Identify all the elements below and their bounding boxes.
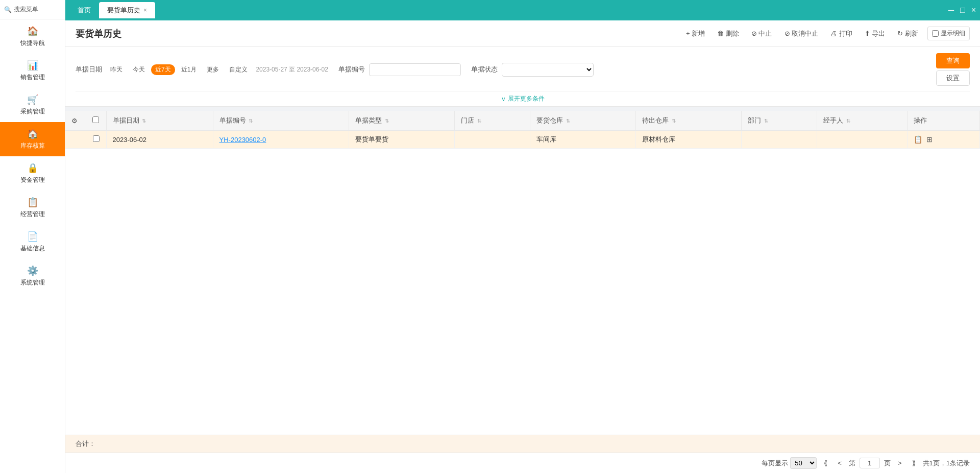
per-page-select[interactable]: 50 100 200 — [790, 457, 817, 469]
doc-status-filter-group: 单据状态 — [471, 63, 594, 77]
sidebar-item-purchase[interactable]: 🛒 采购管理 — [0, 88, 65, 122]
filter-actions: 查询 设置 — [936, 53, 970, 86]
page-title: 要货单历史 — [76, 28, 121, 40]
sidebar-item-system[interactable]: ⚙️ 系统管理 — [0, 259, 65, 293]
col-pending-warehouse-label: 待出仓库 — [642, 116, 669, 124]
sales-icon: 📊 — [27, 60, 38, 71]
sort-pending-warehouse-icon[interactable]: ⇅ — [672, 118, 676, 124]
doc-no-input[interactable] — [369, 63, 461, 76]
tab-close-icon[interactable]: × — [143, 7, 147, 14]
col-handler-label: 经手人 — [823, 116, 843, 124]
date-filter-buttons: 昨天 今天 近7天 近1月 更多 自定义 — [106, 64, 252, 75]
date-btn-more[interactable]: 更多 — [203, 64, 223, 75]
page-next-btn[interactable]: > — [895, 458, 905, 468]
sidebar-item-label: 采购管理 — [20, 107, 45, 116]
sidebar-item-base-info[interactable]: 📄 基础信息 — [0, 225, 65, 259]
row-dept — [742, 131, 817, 149]
sidebar-item-inventory[interactable]: 🏠 库存核算 — [0, 122, 65, 156]
tabs-right-controls: ─ □ × — [948, 6, 976, 15]
page-first-btn[interactable]: ⟪ — [821, 458, 830, 468]
query-button[interactable]: 查询 — [936, 53, 970, 68]
col-doc-no: 单据编号 ⇅ — [213, 111, 349, 131]
col-action: 操作 — [908, 111, 980, 131]
total-label: 合计： — [76, 439, 95, 448]
main-area: 首页 要货单历史 × ─ □ × 要货单历史 + 新增 🗑 删除 ⊘ 中止 ⊘ … — [65, 0, 980, 473]
refresh-button[interactable]: ↻ 刷新 — [894, 27, 921, 40]
set-button[interactable]: 设置 — [936, 70, 970, 86]
sort-handler-icon[interactable]: ⇅ — [846, 118, 850, 124]
filter-row: 单据日期 昨天 今天 近7天 近1月 更多 自定义 2023-05-27 至 2… — [76, 53, 970, 91]
per-page-group: 每页显示 50 100 200 — [762, 457, 817, 469]
show-detail-toggle[interactable]: 显示明细 — [927, 27, 970, 40]
sort-store-icon[interactable]: ⇅ — [477, 118, 481, 124]
date-range-display: 2023-05-27 至 2023-06-02 — [256, 65, 328, 74]
table-container: ⚙ 单据日期 ⇅ 单据编号 ⇅ 单据类型 — [65, 111, 980, 453]
sidebar-item-quick-nav[interactable]: 🏠 快捷导航 — [0, 19, 65, 54]
home-icon: 🏠 — [27, 26, 38, 37]
date-filter-label: 单据日期 — [76, 65, 102, 74]
export-button[interactable]: ⬆ 导出 — [862, 27, 889, 40]
window-close-icon[interactable]: × — [971, 6, 976, 15]
sidebar-item-sales[interactable]: 📊 销售管理 — [0, 54, 65, 88]
sort-req-warehouse-icon[interactable]: ⇅ — [566, 118, 570, 124]
cancel-stop-button[interactable]: ⊘ 取消中止 — [781, 27, 822, 40]
add-button[interactable]: + 新增 — [683, 27, 708, 40]
date-btn-today[interactable]: 今天 — [129, 64, 149, 75]
row-setting — [65, 131, 86, 149]
col-date-label: 单据日期 — [113, 116, 139, 124]
date-btn-7days[interactable]: 近7天 — [151, 64, 175, 75]
col-handler: 经手人 ⇅ — [817, 111, 907, 131]
row-delete-icon[interactable]: ⊞ — [926, 135, 933, 144]
delete-button[interactable]: 🗑 删除 — [714, 27, 742, 40]
date-btn-yesterday[interactable]: 昨天 — [106, 64, 127, 75]
minimize-icon[interactable]: ─ — [948, 6, 954, 15]
maximize-icon[interactable]: □ — [960, 6, 965, 15]
col-date: 单据日期 ⇅ — [106, 111, 213, 131]
sort-dept-icon[interactable]: ⇅ — [764, 118, 768, 124]
sidebar-item-label: 经营管理 — [20, 210, 45, 219]
sidebar-item-finance[interactable]: 🔒 资金管理 — [0, 156, 65, 191]
row-edit-icon[interactable]: 📋 — [914, 135, 922, 144]
row-date: 2023-06-02 — [106, 131, 213, 149]
sidebar-item-label: 库存核算 — [20, 141, 45, 150]
row-handler — [817, 131, 907, 149]
tab-active[interactable]: 要货单历史 × — [99, 2, 155, 18]
sidebar-item-label: 系统管理 — [20, 278, 45, 287]
row-doc-no-link[interactable]: YH-20230602-0 — [219, 136, 266, 144]
row-doc-no: YH-20230602-0 — [213, 131, 349, 149]
show-detail-checkbox[interactable] — [932, 30, 939, 37]
tab-home[interactable]: 首页 — [69, 2, 99, 18]
sort-doc-type-icon[interactable]: ⇅ — [385, 118, 389, 124]
tab-active-label: 要货单历史 — [107, 6, 140, 15]
select-all-checkbox[interactable] — [92, 116, 99, 123]
col-dept: 部门 ⇅ — [742, 111, 817, 131]
page-last-btn[interactable]: ⟫ — [909, 458, 919, 468]
sidebar-search[interactable]: 🔍 搜索菜单 — [0, 0, 65, 19]
page-label2: 页 — [884, 459, 891, 468]
page-prev-btn[interactable]: < — [835, 458, 845, 468]
per-page-label: 每页显示 — [762, 459, 788, 468]
sort-doc-no-icon[interactable]: ⇅ — [249, 118, 253, 124]
col-req-warehouse-label: 要货仓库 — [536, 116, 563, 124]
col-checkbox — [86, 111, 106, 131]
operation-icon: 📋 — [27, 197, 38, 208]
row-checkbox[interactable] — [93, 135, 100, 142]
doc-status-select[interactable] — [502, 63, 594, 77]
filter-bar: 单据日期 昨天 今天 近7天 近1月 更多 自定义 2023-05-27 至 2… — [65, 47, 980, 107]
page-header: 要货单历史 + 新增 🗑 删除 ⊘ 中止 ⊘ 取消中止 🖨 打印 ⬆ 导出 ↻ … — [65, 20, 980, 47]
expand-more-btn[interactable]: ∨ 展开更多条件 — [76, 91, 970, 106]
sort-date-icon[interactable]: ⇅ — [142, 118, 146, 124]
date-btn-1month[interactable]: 近1月 — [177, 64, 201, 75]
page-number-input[interactable] — [860, 458, 880, 468]
col-setting[interactable]: ⚙ — [65, 111, 86, 131]
tab-home-label: 首页 — [78, 6, 91, 15]
date-btn-custom[interactable]: 自定义 — [225, 64, 252, 75]
row-checkbox-cell — [86, 131, 106, 149]
print-button[interactable]: 🖨 打印 — [827, 27, 855, 40]
col-doc-no-label: 单据编号 — [219, 116, 246, 124]
row-doc-type: 要货单要货 — [349, 131, 455, 149]
sidebar-item-operation[interactable]: 📋 经营管理 — [0, 191, 65, 225]
table-body: 2023-06-02 YH-20230602-0 要货单要货 车间库 原材料仓库… — [65, 131, 980, 149]
sidebar: 🔍 搜索菜单 🏠 快捷导航 📊 销售管理 🛒 采购管理 🏠 库存核算 🔒 资金管… — [0, 0, 65, 473]
stop-button[interactable]: ⊘ 中止 — [748, 27, 775, 40]
